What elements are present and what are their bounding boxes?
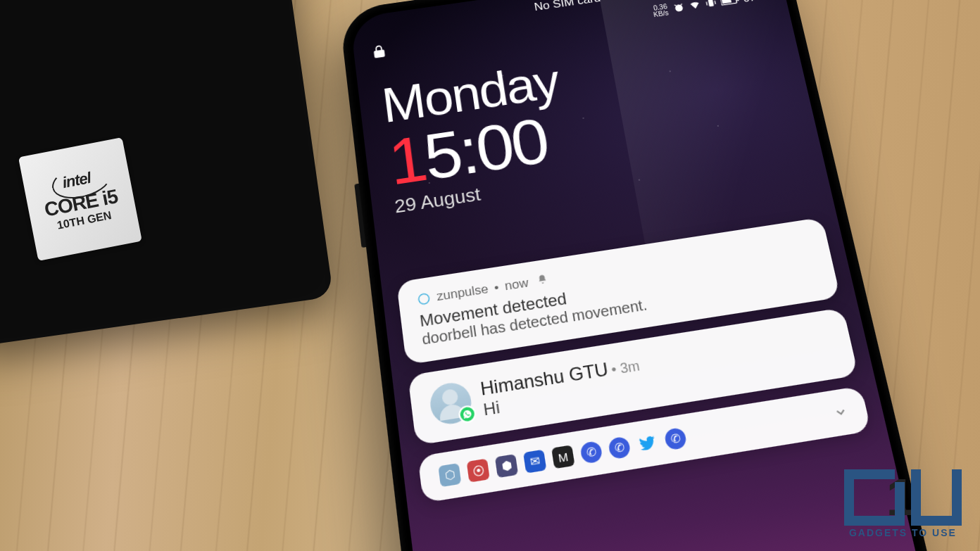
tray-app-icon: ✆ [664,427,688,451]
tray-app-icon: M [551,445,575,469]
vibrate-icon [704,0,717,11]
network-speed: 0.36 KB/s [652,4,670,18]
zunpulse-app-icon [416,291,432,307]
tray-app-icon: ✉ [523,450,546,474]
alarm-icon [672,1,686,15]
watermark-g-icon [844,469,895,526]
notification-stack: zunpulse • now Movement detected doorbel… [396,217,872,503]
mini-pc-box: intel CORE i5 10TH GEN [0,0,334,348]
battery-percent: 67% [742,0,767,5]
tray-app-icon: ⦿ [467,459,490,483]
svg-point-5 [418,293,429,305]
watermark-text: GADGETS TO USE [849,527,957,538]
contact-avatar [428,380,474,426]
twitter-icon [636,431,660,455]
tray-app-icon: ⬢ [495,454,518,478]
tray-app-icon: ✆ [579,441,603,464]
notif-time: now [504,276,530,294]
notif-time: 3m [619,358,641,376]
sim-status: No SIM card [533,0,601,14]
clock-widget: Monday 15:00 29 August [379,53,577,218]
svg-rect-1 [708,0,714,6]
watermark-u-icon [911,469,962,526]
lock-icon [370,43,388,60]
chevron-down-icon[interactable] [832,404,849,420]
tray-app-icon: ✆ [608,436,632,460]
battery-icon [720,0,740,8]
svg-rect-3 [722,0,731,4]
intel-brand-logo: intel [61,169,92,192]
bell-icon [536,272,549,289]
whatsapp-icon [458,405,477,424]
notif-app-name: zunpulse [436,281,489,304]
wifi-icon [688,0,703,13]
tray-app-icon: ⬡ [438,463,461,487]
watermark-logo: 1 GADGETS TO USE [844,469,962,538]
intel-sticker: intel CORE i5 10TH GEN [18,137,142,261]
